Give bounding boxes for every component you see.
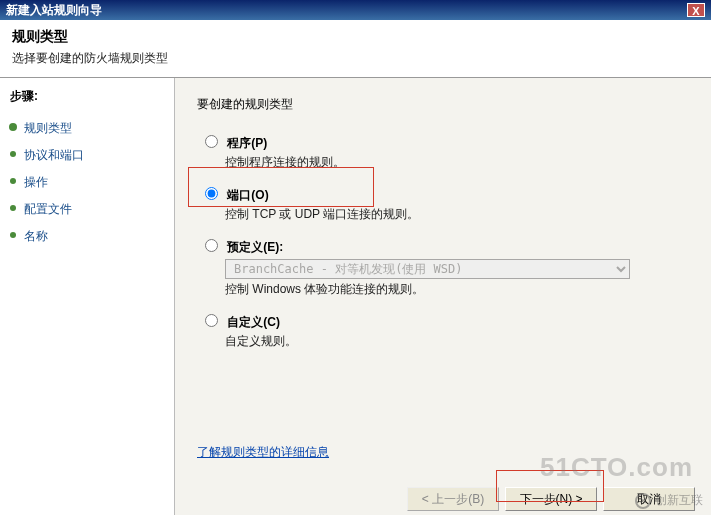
sidebar-item-profile[interactable]: 配置文件 [4, 196, 170, 223]
sidebar-item-rule-type[interactable]: 规则类型 [4, 115, 170, 142]
wizard-footer: < 上一步(B) 下一步(N) > 取消 [407, 487, 695, 511]
option-predefined-title: 预定义(E): [227, 240, 283, 254]
option-custom[interactable]: 自定义(C) 自定义规则。 [197, 314, 689, 350]
option-port[interactable]: 端口(O) 控制 TCP 或 UDP 端口连接的规则。 [197, 187, 689, 223]
option-port-desc: 控制 TCP 或 UDP 端口连接的规则。 [225, 206, 689, 223]
option-predefined[interactable]: 预定义(E): BranchCache - 对等机发现(使用 WSD) 控制 W… [197, 239, 689, 298]
option-program-desc: 控制程序连接的规则。 [225, 154, 689, 171]
option-custom-title: 自定义(C) [227, 315, 280, 329]
wizard-sidebar: 步骤: 规则类型 协议和端口 操作 配置文件 名称 [0, 78, 175, 515]
option-program-title: 程序(P) [227, 136, 267, 150]
option-custom-desc: 自定义规则。 [225, 333, 689, 350]
back-button[interactable]: < 上一步(B) [407, 487, 499, 511]
window-title: 新建入站规则向导 [6, 2, 102, 19]
sidebar-item-name[interactable]: 名称 [4, 223, 170, 250]
page-subtitle: 选择要创建的防火墙规则类型 [12, 50, 699, 67]
radio-program[interactable] [205, 135, 218, 148]
sidebar-item-protocol-port[interactable]: 协议和端口 [4, 142, 170, 169]
window-titlebar: 新建入站规则向导 X [0, 0, 711, 20]
wizard-header: 规则类型 选择要创建的防火墙规则类型 [0, 20, 711, 78]
cancel-button[interactable]: 取消 [603, 487, 695, 511]
page-title: 规则类型 [12, 28, 699, 46]
option-port-title: 端口(O) [227, 188, 268, 202]
learn-more-link[interactable]: 了解规则类型的详细信息 [197, 444, 329, 461]
close-icon[interactable]: X [687, 3, 705, 17]
radio-predefined[interactable] [205, 239, 218, 252]
predefined-dropdown[interactable]: BranchCache - 对等机发现(使用 WSD) [225, 259, 630, 279]
option-predefined-desc: 控制 Windows 体验功能连接的规则。 [225, 281, 689, 298]
next-button[interactable]: 下一步(N) > [505, 487, 597, 511]
sidebar-item-action[interactable]: 操作 [4, 169, 170, 196]
content-prompt: 要创建的规则类型 [197, 96, 689, 113]
steps-heading: 步骤: [10, 88, 170, 105]
option-program[interactable]: 程序(P) 控制程序连接的规则。 [197, 135, 689, 171]
radio-port[interactable] [205, 187, 218, 200]
wizard-content: 要创建的规则类型 程序(P) 控制程序连接的规则。 端口(O) 控制 TCP 或… [175, 78, 711, 515]
radio-custom[interactable] [205, 314, 218, 327]
